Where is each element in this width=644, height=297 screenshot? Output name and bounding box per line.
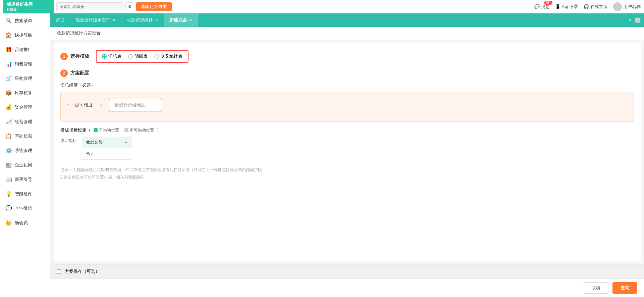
- step2-label: 方案配置: [70, 70, 89, 76]
- tab-newplan-close[interactable]: ✕: [189, 18, 192, 22]
- dimension-select[interactable]: 请选择分组维度: [109, 99, 162, 111]
- footer-bar: 取消 查询: [50, 279, 644, 297]
- save-section: 方案保存（可选）: [50, 264, 644, 279]
- cancel-button[interactable]: 取消: [583, 282, 608, 294]
- wechat-icon: 💬: [5, 205, 12, 211]
- sidebar-item-search[interactable]: 🔍 搜索菜单: [0, 13, 50, 28]
- query-button[interactable]: 查询: [612, 282, 637, 294]
- search-input[interactable]: [56, 2, 123, 11]
- unmovable-dot: [124, 128, 128, 132]
- trending-icon: 📈: [5, 118, 12, 125]
- online-service-button[interactable]: 🎧 在线客服: [584, 4, 608, 10]
- arrow-icon: →: [98, 102, 103, 108]
- metric-row-text: 合计: [86, 151, 94, 156]
- tab-receipts-close[interactable]: ✕: [155, 18, 158, 22]
- step2-circle: 2: [60, 69, 68, 77]
- required-mark: *: [67, 103, 69, 108]
- sidebar-item-operation[interactable]: 📈 经营管理: [0, 114, 50, 129]
- tab-bar: 首页 现金银行流水查询 ✕ 收款情况统计 ✕ 新建方案 ✕ ✕ ⬜: [50, 13, 644, 27]
- sidebar-item-wechat[interactable]: 💬 企业微信: [0, 201, 50, 215]
- clipboard-icon: 📋: [5, 133, 12, 139]
- tab-cashflow-close[interactable]: ✕: [112, 18, 116, 22]
- metrics-table-row: 合计: [82, 148, 132, 159]
- message-badge: 99+: [544, 1, 552, 5]
- radio-cross[interactable]: 交叉统计表: [154, 53, 182, 59]
- sidebar-item-finance[interactable]: 💰 资金管理: [0, 100, 50, 114]
- sidebar-item-label: 采购管理: [15, 76, 32, 82]
- user-area[interactable]: 用户名称: [613, 2, 641, 11]
- hints-section: 提示： 1.拖动标题栏可以调整布局，不可跨维度或指标区域拖动栏目字段（只能在同一…: [60, 166, 634, 181]
- radio-detail[interactable]: 明细表: [128, 53, 148, 59]
- dimension-title: 汇总维度（必选）: [60, 82, 634, 88]
- metrics-table-header: 收款金额 ▼: [82, 137, 132, 148]
- tab-cashflow[interactable]: 现金银行流水查询 ✕: [70, 13, 121, 27]
- sidebar: 🔍 搜索菜单 🏠 快捷导航 🎁 营销推广 📊 销售管理 🛒 采购管理 📦 库存核…: [0, 13, 50, 297]
- user-text: 用户名称: [623, 4, 641, 10]
- sidebar-item-quicknav[interactable]: 🏠 快捷导航: [0, 28, 50, 42]
- radio-dot-cross: [154, 54, 159, 59]
- sidebar-item-system[interactable]: ⚙️ 系统管理: [0, 143, 50, 158]
- tab-cashflow-label: 现金银行流水查询: [75, 17, 110, 23]
- top-header: 畅捷通好生意 标准版 ⚙ 体验行业方案 💬 消息 99+ 📱 App下载 🎧 在…: [0, 0, 644, 13]
- main-layout: 🔍 搜索菜单 🏠 快捷导航 🎁 营销推广 📊 销售管理 🛒 采购管理 📦 库存核…: [0, 13, 644, 297]
- radio-summary[interactable]: 汇总表: [102, 53, 121, 59]
- logo-name: 畅捷通好生意: [7, 1, 33, 7]
- tab-receipts[interactable]: 收款情况统计 ✕: [121, 13, 164, 27]
- logo-sub: 标准版: [7, 7, 33, 12]
- tab-newplan[interactable]: 新建方案 ✕: [164, 13, 198, 27]
- box-icon: 📦: [5, 90, 12, 96]
- settings-icon[interactable]: ⚙: [125, 2, 134, 11]
- app-icon: 📱: [555, 4, 560, 9]
- sidebar-item-label: 基础信息: [15, 133, 32, 139]
- dimension-title-text: 汇总维度（必选）: [60, 83, 95, 88]
- metrics-title-text: 模板指标设定（: [60, 127, 91, 133]
- form-section: 1 选择模板 汇总表 明细表 交叉统计表: [54, 43, 641, 261]
- sidebar-item-inventory[interactable]: 📦 库存核算: [0, 86, 50, 100]
- sidebar-item-label: 企业微信: [15, 205, 32, 211]
- metrics-table: 收款金额 ▼ 合计: [82, 137, 132, 160]
- save-checkbox-label: 方案保存（可选）: [65, 268, 100, 275]
- page-title: 收款情况统计方案设置: [57, 31, 101, 36]
- legend-unmovable: 不可拖动位置: [124, 128, 154, 133]
- template-radio-group: 汇总表 明细表 交叉统计表: [96, 50, 189, 63]
- sidebar-item-enterprise[interactable]: 🏢 企业协同: [0, 158, 50, 172]
- tab-home-label: 首页: [56, 17, 64, 23]
- save-checkbox[interactable]: [57, 269, 61, 274]
- avatar: [613, 2, 622, 11]
- sidebar-item-label: 销售管理: [15, 61, 32, 67]
- radio-summary-label: 汇总表: [108, 53, 121, 59]
- sidebar-item-label: 资金管理: [15, 104, 32, 110]
- tab-close-all-icon[interactable]: ✕: [628, 17, 632, 23]
- sidebar-item-sales[interactable]: 📊 销售管理: [0, 57, 50, 71]
- step1-circle: 1: [60, 53, 68, 60]
- sidebar-item-label: 搜索菜单: [15, 18, 32, 24]
- sidebar-item-marketing[interactable]: 🎁 营销推广: [0, 42, 50, 57]
- dimension-subsection: 汇总维度（必选） * 纵向维度 → 请选择分组维度: [60, 82, 634, 122]
- tab-newplan-label: 新建方案: [169, 17, 187, 23]
- tab-home[interactable]: 首页: [50, 13, 70, 27]
- app-download-button[interactable]: 📱 App下载: [555, 4, 578, 10]
- dimension-select-placeholder: 请选择分组维度: [115, 102, 145, 107]
- sidebar-item-purchase[interactable]: 🛒 采购管理: [0, 71, 50, 86]
- vertical-dim-label: 纵向维度: [75, 102, 93, 108]
- sidebar-item-label: 营销推广: [15, 47, 32, 53]
- metric-dropdown-icon[interactable]: ▼: [124, 141, 128, 144]
- message-icon: 💬: [534, 4, 540, 9]
- sidebar-item-member[interactable]: 👑 畅会员: [0, 215, 50, 230]
- step2-header: 2 方案配置: [60, 69, 634, 77]
- movable-dot: [94, 128, 98, 132]
- bulb-icon: 💡: [5, 191, 12, 197]
- step1-label: 选择模板: [70, 53, 89, 59]
- metrics-header: 模板指标设定（ 可拖动位置 不可拖动位置 ）: [60, 127, 634, 133]
- tab-maximize-icon[interactable]: ⬜: [635, 17, 641, 23]
- sidebar-item-base[interactable]: 📋 基础信息: [0, 129, 50, 143]
- cart-icon: 🛒: [5, 75, 12, 82]
- stats-label: 统计指标: [60, 137, 76, 145]
- sidebar-item-guide[interactable]: 📖 新手引导: [0, 172, 50, 187]
- header-search-area: ⚙ 体验行业方案: [56, 2, 532, 11]
- sidebar-item-hardware[interactable]: 💡 智能硬件: [0, 187, 50, 201]
- chart-icon: 📊: [5, 61, 12, 67]
- crown-icon: 👑: [5, 219, 12, 226]
- industry-button[interactable]: 体验行业方案: [136, 2, 172, 11]
- message-button[interactable]: 💬 消息 99+: [534, 4, 550, 10]
